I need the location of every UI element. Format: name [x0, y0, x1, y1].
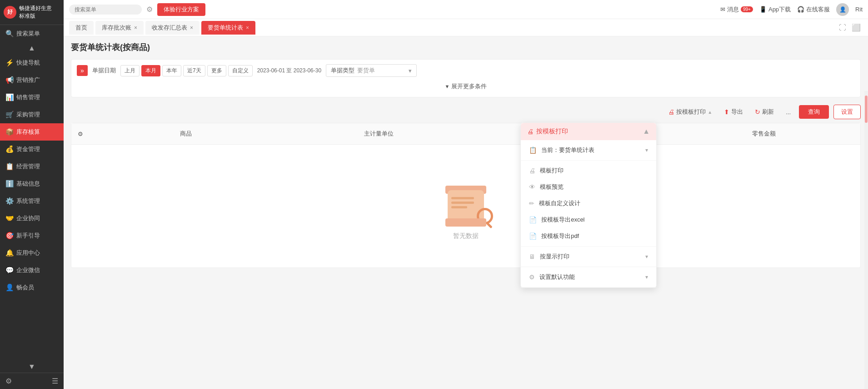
gear-icon[interactable]: ⚙: [146, 5, 153, 14]
export-btn[interactable]: ⬆ 导出: [720, 106, 747, 118]
date-btn-more[interactable]: 更多: [207, 65, 226, 76]
print-template-btn[interactable]: 🖨 按模板打印 ▲: [664, 106, 716, 118]
sidebar-item-basic[interactable]: ℹ️基础信息: [0, 175, 64, 192]
print-template-item[interactable]: 🖨 模板打印: [521, 162, 656, 179]
sidebar-scroll-down[interactable]: ▼: [0, 361, 64, 373]
scrollbar-thumb: [865, 96, 868, 123]
sidebar-label-purchase: 采购管理: [16, 111, 40, 119]
template-icon: 📋: [529, 147, 537, 154]
refresh-btn[interactable]: ↻ 刷新: [751, 106, 778, 118]
sidebar-item-quick-nav[interactable]: ⚡快捷导航: [0, 54, 64, 71]
date-btn-last-month[interactable]: 上月: [120, 65, 140, 76]
sidebar-item-marketing[interactable]: 📢营销推广: [0, 71, 64, 89]
preview-template-item[interactable]: 👁 模板预览: [521, 179, 656, 195]
search-icon: 🔍: [5, 30, 14, 38]
sidebar-label-appstore: 应用中心: [16, 249, 40, 257]
print-options-section: 🖨 模板打印 👁 模板预览 ✏ 模板自定义设计 📄: [521, 161, 656, 247]
tab-inventory-batch[interactable]: 库存批次账 ×: [95, 21, 144, 35]
default-func-item[interactable]: ⚙ 设置默认功能 ▾: [521, 269, 656, 285]
query-btn[interactable]: 查询: [799, 105, 829, 119]
sidebar-scroll-up[interactable]: ▲: [0, 42, 64, 54]
window-maximize-icon[interactable]: ⬜: [850, 23, 863, 32]
sidebar-footer: ⚙ ☰: [0, 373, 64, 389]
sidebar-item-member[interactable]: 👤畅会员: [0, 279, 64, 296]
topbar-right: ✉ 消息 99+ 📱 App下载 🎧 在线客服 👤 Rit: [720, 3, 863, 16]
more-btn[interactable]: ...: [782, 107, 794, 117]
scrollbar[interactable]: [864, 91, 868, 389]
sidebar-item-purchase[interactable]: 🛒采购管理: [0, 106, 64, 123]
tab-collect-summary-close[interactable]: ×: [190, 25, 193, 31]
empty-text: 暂无数据: [453, 232, 479, 240]
tab-order-stats[interactable]: 要货单统计表 ×: [201, 21, 255, 35]
sidebar-search[interactable]: 🔍 搜索菜单: [0, 25, 64, 42]
tab-home[interactable]: 首页: [69, 21, 94, 35]
type-select[interactable]: 单据类型 要货单 ▾: [326, 64, 417, 77]
message-btn[interactable]: ✉ 消息 99+: [720, 5, 753, 14]
sidebar-logo: 好 畅捷通好生意 标准版: [0, 0, 64, 25]
date-label: 单据日期: [92, 66, 116, 75]
tab-home-label: 首页: [75, 24, 87, 32]
content-area: 要货单统计表(按商品) » 单据日期 上月 本月 本年 近7天 更多 自定义 2…: [64, 36, 868, 389]
window-restore-icon[interactable]: ⛶: [837, 24, 848, 32]
date-btn-custom[interactable]: 自定义: [228, 65, 253, 76]
online-service-btn[interactable]: 🎧 在线客服: [797, 5, 830, 14]
date-btn-this-month[interactable]: 本月: [141, 65, 160, 76]
tab-inventory-batch-close[interactable]: ×: [134, 25, 137, 31]
message-label: 消息: [727, 5, 739, 14]
date-range: 2023-06-01 至 2023-06-30: [257, 67, 321, 75]
tab-order-stats-close[interactable]: ×: [246, 25, 249, 31]
print-item-icon: 🖨: [529, 167, 535, 174]
sidebar-label-inventory: 库存核算: [16, 128, 40, 136]
current-arrow-icon: ▾: [645, 147, 648, 153]
marketing-icon: 📢: [5, 76, 14, 84]
export-label: 导出: [731, 108, 743, 116]
settings-btn[interactable]: 设置: [833, 105, 861, 119]
custom-design-item[interactable]: ✏ 模板自定义设计: [521, 195, 656, 212]
sidebar-label-collab: 企业协同: [16, 214, 40, 222]
collab-icon: 🤝: [5, 214, 14, 222]
page-title: 要货单统计表(按商品): [71, 42, 861, 53]
sidebar-item-collab[interactable]: 🤝企业协同: [0, 210, 64, 227]
sidebar-item-appstore[interactable]: 🔔应用中心: [0, 244, 64, 262]
type-select-arrow: ▾: [409, 67, 412, 74]
sidebar-item-operation[interactable]: 📋经营管理: [0, 158, 64, 175]
sidebar-nav: ⚡快捷导航📢营销推广📊销售管理🛒采购管理📦库存核算💰资金管理📋经营管理ℹ️基础信…: [0, 54, 64, 361]
sidebar-item-wechat[interactable]: 💬企业微信: [0, 262, 64, 279]
message-icon: ✉: [720, 6, 725, 13]
preview-icon: 👁: [529, 183, 535, 191]
export-pdf-item[interactable]: 📄 按模板导出pdf: [521, 228, 656, 244]
expand-btn[interactable]: ▼ 展开更多条件: [439, 81, 493, 92]
system-icon: ⚙️: [5, 197, 14, 205]
current-template-item[interactable]: 📋 当前：要货单统计表 ▾: [521, 142, 656, 158]
avatar[interactable]: 👤: [836, 3, 849, 16]
menu-footer-icon[interactable]: ☰: [52, 377, 58, 385]
logo-icon: 好: [4, 6, 16, 19]
sidebar-item-sales[interactable]: 📊销售管理: [0, 89, 64, 106]
display-print-item[interactable]: 🖥 按显示打印 ▾: [521, 248, 656, 265]
export-pdf-label: 按模板导出pdf: [541, 232, 579, 240]
export-excel-label: 按模板导出excel: [541, 216, 584, 224]
sidebar-label-member: 畅会员: [16, 283, 34, 292]
col-settings[interactable]: ⚙: [71, 128, 90, 140]
sidebar-item-inventory[interactable]: 📦库存核算: [0, 123, 64, 141]
excel-icon: 📄: [529, 216, 537, 223]
print-dropdown-close[interactable]: ▲: [643, 127, 650, 136]
sidebar-item-system[interactable]: ⚙️系统管理: [0, 192, 64, 210]
export-excel-item[interactable]: 📄 按模板导出excel: [521, 212, 656, 228]
print-template-item-label: 模板打印: [540, 167, 564, 175]
sidebar-item-newbie[interactable]: 🎯新手引导: [0, 227, 64, 244]
search-label: 搜索菜单: [16, 30, 40, 38]
preview-template-label: 模板预览: [540, 183, 564, 191]
date-btn-this-year[interactable]: 本年: [162, 65, 181, 76]
date-btn-last-7days[interactable]: 近7天: [183, 65, 205, 76]
sidebar-item-finance[interactable]: 💰资金管理: [0, 141, 64, 158]
app-download-btn[interactable]: 📱 App下载: [759, 5, 791, 14]
industry-btn[interactable]: 体验行业方案: [157, 3, 205, 16]
tab-collect-summary[interactable]: 收发存汇总表 ×: [145, 21, 200, 35]
table-header: ⚙ 商品 主计量单位 主数量 零售金额: [71, 123, 860, 145]
settings-footer-icon[interactable]: ⚙: [5, 377, 12, 385]
inventory-icon: 📦: [5, 128, 14, 136]
print-title-icon: 🖨: [527, 128, 534, 135]
search-input[interactable]: [69, 5, 142, 15]
filter-expand-icon[interactable]: »: [77, 65, 88, 76]
